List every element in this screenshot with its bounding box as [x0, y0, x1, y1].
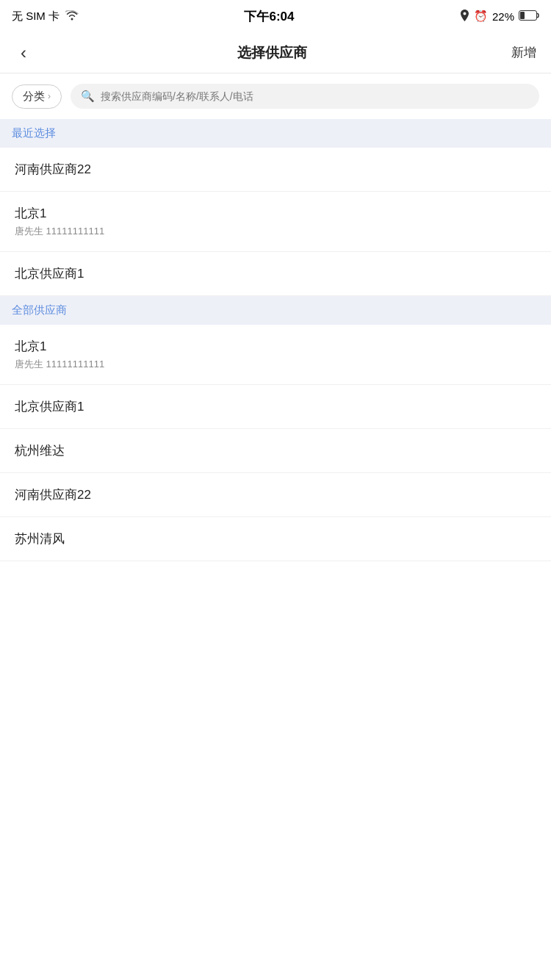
chevron-right-icon: ›: [48, 91, 51, 101]
item-name: 河南供应商22: [15, 486, 536, 503]
item-sub: 唐先生 11111111111: [15, 225, 536, 238]
list-item[interactable]: 河南供应商22: [0, 148, 551, 192]
list-item[interactable]: 河南供应商22: [0, 473, 551, 517]
battery-label: 22%: [492, 10, 514, 23]
section-header-recent: 最近选择: [0, 119, 551, 148]
search-input-wrap: 🔍: [71, 84, 539, 109]
status-time: 下午6:04: [244, 8, 294, 25]
add-button[interactable]: 新增: [511, 44, 536, 61]
section-header-label: 最近选择: [12, 126, 56, 139]
sim-label: 无 SIM 卡: [12, 10, 60, 24]
item-name: 北京供应商1: [15, 265, 536, 282]
category-label: 分类: [23, 90, 45, 104]
sections-container: 最近选择河南供应商22北京1唐先生 11111111111北京供应商1全部供应商…: [0, 119, 551, 561]
wifi-icon: [65, 10, 79, 23]
search-input[interactable]: [101, 90, 529, 102]
search-icon: 🔍: [81, 90, 95, 103]
list-item[interactable]: 北京1唐先生 11111111111: [0, 325, 551, 385]
list-item[interactable]: 北京1唐先生 11111111111: [0, 192, 551, 252]
item-name: 苏州清风: [15, 530, 536, 547]
status-left: 无 SIM 卡: [12, 10, 79, 24]
list-item[interactable]: 苏州清风: [0, 517, 551, 561]
alarm-icon: ⏰: [474, 10, 488, 23]
item-name: 杭州维达: [15, 442, 536, 459]
svg-rect-1: [520, 12, 525, 19]
category-button[interactable]: 分类 ›: [12, 84, 62, 109]
list-item[interactable]: 北京供应商1: [0, 252, 551, 296]
list-item[interactable]: 杭州维达: [0, 429, 551, 473]
back-button[interactable]: ‹: [15, 37, 32, 69]
item-sub: 唐先生 11111111111: [15, 358, 536, 371]
page-title: 选择供应商: [237, 43, 307, 62]
location-icon: [460, 10, 469, 24]
status-right: ⏰ 22%: [460, 10, 539, 24]
item-name: 北京1: [15, 338, 536, 355]
status-bar: 无 SIM 卡 下午6:04 ⏰ 22%: [0, 0, 551, 32]
section-header-label: 全部供应商: [12, 303, 67, 316]
item-name: 北京供应商1: [15, 398, 536, 415]
battery-icon: [519, 10, 539, 23]
nav-bar: ‹ 选择供应商 新增: [0, 32, 551, 73]
section-header-all: 全部供应商: [0, 296, 551, 325]
item-name: 河南供应商22: [15, 161, 536, 178]
item-name: 北京1: [15, 205, 536, 222]
list-item[interactable]: 北京供应商1: [0, 385, 551, 429]
search-bar: 分类 › 🔍: [0, 73, 551, 119]
